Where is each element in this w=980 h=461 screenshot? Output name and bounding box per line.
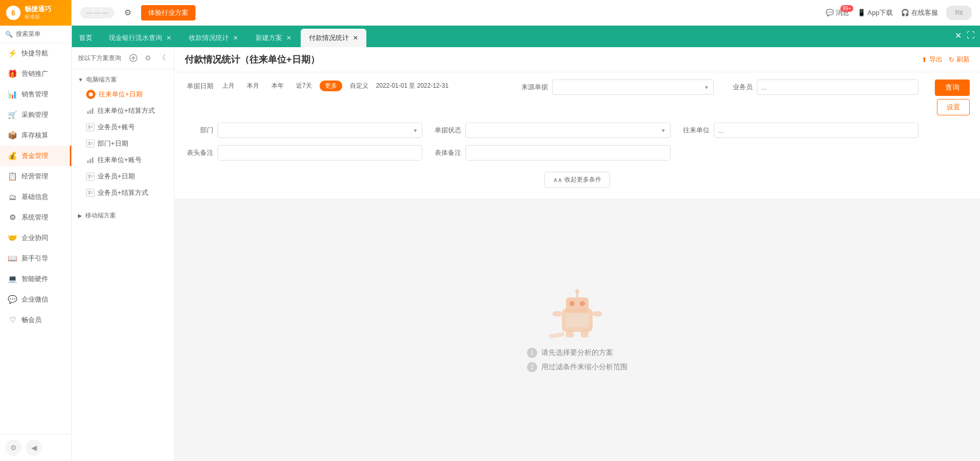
scheme-staff-date[interactable]: 业务员+日期 bbox=[72, 168, 174, 185]
trial-industry-btn[interactable]: 体验行业方案 bbox=[141, 5, 195, 21]
sidebar-item-sales[interactable]: 📊 销售管理 bbox=[0, 84, 71, 105]
filter-partner: 往来单位 bbox=[681, 123, 918, 138]
scheme-item-label: 往来单位+结算方式 bbox=[97, 106, 155, 115]
date-this-month[interactable]: 本月 bbox=[242, 79, 264, 92]
query-btn[interactable]: 查询 bbox=[935, 79, 970, 96]
tab-bank-flow[interactable]: 现金银行流水查询 ✕ bbox=[101, 29, 180, 47]
sidebar-item-vip[interactable]: ♡ 畅会员 bbox=[0, 310, 71, 330]
app-download-btn[interactable]: 📱 App下载 bbox=[857, 8, 893, 17]
system-icon: ⚙ bbox=[7, 212, 17, 223]
sidebar-item-basic-info[interactable]: 🗂 基础信息 bbox=[0, 187, 71, 207]
search-menu[interactable]: 🔍 搜索菜单 bbox=[0, 26, 71, 43]
smart-icon: 💻 bbox=[7, 274, 17, 284]
body-note-label: 表体备注 bbox=[433, 148, 461, 157]
sidebar-item-finance[interactable]: 💰 资金管理 bbox=[0, 146, 71, 166]
content-area: 按以下方案查询 ⚙ 《 ▼ 电脑端方案 bbox=[72, 47, 980, 461]
panel-collapse-btn[interactable]: 《 bbox=[156, 52, 168, 64]
home-tab-label: 首页 bbox=[79, 33, 92, 43]
avatar[interactable]: Rit bbox=[946, 6, 972, 20]
collapse-sidebar-btn[interactable]: ◀ bbox=[26, 439, 42, 456]
svg-point-26 bbox=[580, 301, 585, 306]
date-last-7[interactable]: 近7天 bbox=[291, 79, 317, 92]
bank-flow-tab-label: 现金银行流水查询 bbox=[109, 33, 162, 43]
mobile-group-header[interactable]: ▶ 移动端方案 bbox=[72, 209, 174, 222]
refresh-btn[interactable]: ↻ 刷新 bbox=[949, 55, 970, 64]
logo-icon: 6 bbox=[6, 6, 21, 20]
sidebar-item-label: 经营管理 bbox=[22, 172, 48, 181]
export-btn[interactable]: ⬆ 导出 bbox=[922, 55, 943, 64]
filter-settings-btn[interactable]: 设置 bbox=[937, 99, 970, 115]
tab-bar: 首页 现金银行流水查询 ✕ 收款情况统计 ✕ 新建方案 ✕ 付款情况统计 ✕ ✕… bbox=[72, 26, 980, 47]
panel-header-actions: ⚙ 《 bbox=[128, 52, 168, 64]
desktop-group-header[interactable]: ▼ 电脑端方案 bbox=[72, 73, 174, 86]
tab-pay-stat[interactable]: 付款情况统计 ✕ bbox=[301, 29, 366, 47]
message-btn[interactable]: 💬 消息 99+ bbox=[826, 8, 849, 17]
tab-home[interactable]: 首页 bbox=[72, 29, 100, 47]
receive-tab-close[interactable]: ✕ bbox=[233, 34, 238, 42]
empty-msg-1: 1 请先选择要分析的方案 bbox=[527, 348, 628, 358]
svg-rect-24 bbox=[566, 313, 589, 327]
date-last-month[interactable]: 上月 bbox=[218, 79, 239, 92]
date-more-btn[interactable]: 更多 bbox=[320, 81, 342, 91]
body-note-input[interactable] bbox=[465, 145, 670, 161]
sidebar-item-system[interactable]: ⚙ 系统管理 bbox=[0, 207, 71, 228]
doc-status-select[interactable]: ▼ bbox=[465, 123, 670, 138]
operation-icon: 📋 bbox=[7, 171, 17, 182]
new-scheme-tab-close[interactable]: ✕ bbox=[286, 34, 291, 42]
svg-rect-6 bbox=[92, 108, 93, 114]
mobile-group-arrow: ▶ bbox=[78, 213, 82, 218]
partner-input[interactable] bbox=[714, 123, 918, 138]
sales-icon: 📊 bbox=[7, 89, 17, 99]
table-icon4 bbox=[86, 189, 94, 197]
pay-stat-tab-close[interactable]: ✕ bbox=[353, 34, 358, 42]
msg-1-num: 1 bbox=[527, 348, 537, 358]
panel-settings-btn[interactable]: ⚙ bbox=[142, 52, 153, 64]
sidebar-item-label: 企业微信 bbox=[22, 295, 48, 304]
sidebar-item-quick-nav[interactable]: ⚡ 快捷导航 bbox=[0, 43, 71, 64]
left-panel: 按以下方案查询 ⚙ 《 ▼ 电脑端方案 bbox=[72, 47, 174, 461]
header-settings-btn[interactable]: ⚙ bbox=[121, 6, 135, 20]
sidebar-item-smart[interactable]: 💻 智能硬件 bbox=[0, 269, 71, 289]
source-select[interactable]: ▼ bbox=[552, 79, 714, 95]
message-badge: 99+ bbox=[840, 5, 853, 12]
scheme-partner-account[interactable]: 往来单位+账号 bbox=[72, 152, 174, 168]
query-section: 查询 设置 bbox=[929, 79, 970, 115]
date-custom[interactable]: 自定义 bbox=[345, 79, 373, 92]
scheme-staff-settle[interactable]: 业务员+结算方式 bbox=[72, 185, 174, 201]
online-service-btn[interactable]: 🎧 在线客服 bbox=[901, 8, 938, 17]
svg-point-3 bbox=[89, 92, 93, 96]
collapse-more-conditions-btn[interactable]: ∧∧ 收起更多条件 bbox=[544, 172, 610, 188]
sidebar-item-operation[interactable]: 📋 经营管理 bbox=[0, 166, 71, 187]
sidebar-item-wechat[interactable]: 💬 企业微信 bbox=[0, 289, 71, 310]
header-note-input[interactable] bbox=[218, 145, 422, 161]
empty-messages: 1 请先选择要分析的方案 2 用过滤条件来缩小分析范围 bbox=[527, 348, 628, 372]
sidebar-item-inventory[interactable]: 📦 库存核算 bbox=[0, 125, 71, 146]
sidebar-item-marketing[interactable]: 🎁 营销推广 bbox=[0, 64, 71, 84]
expand-tabs-btn[interactable]: ⛶ bbox=[967, 31, 975, 40]
tab-new-scheme[interactable]: 新建方案 ✕ bbox=[247, 29, 300, 47]
close-all-tabs-btn[interactable]: ✕ bbox=[955, 31, 962, 41]
staff-input[interactable] bbox=[757, 79, 918, 95]
tab-receive[interactable]: 收款情况统计 ✕ bbox=[181, 29, 246, 47]
scheme-item-label: 往来单位+日期 bbox=[99, 90, 143, 99]
staff-label: 业务员 bbox=[724, 83, 753, 92]
msg-2-num: 2 bbox=[527, 362, 537, 372]
settings-bottom-btn[interactable]: ⚙ bbox=[5, 439, 22, 456]
bank-flow-tab-close[interactable]: ✕ bbox=[166, 34, 171, 42]
scheme-staff-account[interactable]: 业务员+账号 bbox=[72, 119, 174, 135]
scheme-partner-settle[interactable]: 往来单位+结算方式 bbox=[72, 103, 174, 119]
scheme-partner-date[interactable]: 往来单位+日期 bbox=[72, 86, 174, 103]
add-scheme-btn[interactable] bbox=[128, 52, 139, 64]
top-header: — — — ⚙ 体验行业方案 💬 消息 99+ 📱 App下载 🎧 在线客服 R… bbox=[72, 0, 980, 26]
date-this-year[interactable]: 本年 bbox=[267, 79, 288, 92]
sidebar-item-label: 智能硬件 bbox=[22, 274, 48, 284]
dept-select[interactable]: ▼ bbox=[218, 123, 422, 138]
sidebar-item-purchase[interactable]: 🛒 采购管理 bbox=[0, 105, 71, 125]
scheme-dept-date[interactable]: 部门+日期 bbox=[72, 135, 174, 152]
sidebar-item-guide[interactable]: 📖 新手引导 bbox=[0, 248, 71, 269]
sidebar-bottom: ⚙ ◀ bbox=[0, 434, 71, 461]
right-area: 付款情况统计（往来单位+日期） ⬆ 导出 ↻ 刷新 单 bbox=[174, 47, 980, 461]
sidebar-item-label: 采购管理 bbox=[22, 110, 48, 119]
empty-msg-2: 2 用过滤条件来缩小分析范围 bbox=[527, 362, 628, 372]
sidebar-item-cooperation[interactable]: 🤝 企业协同 bbox=[0, 228, 71, 248]
